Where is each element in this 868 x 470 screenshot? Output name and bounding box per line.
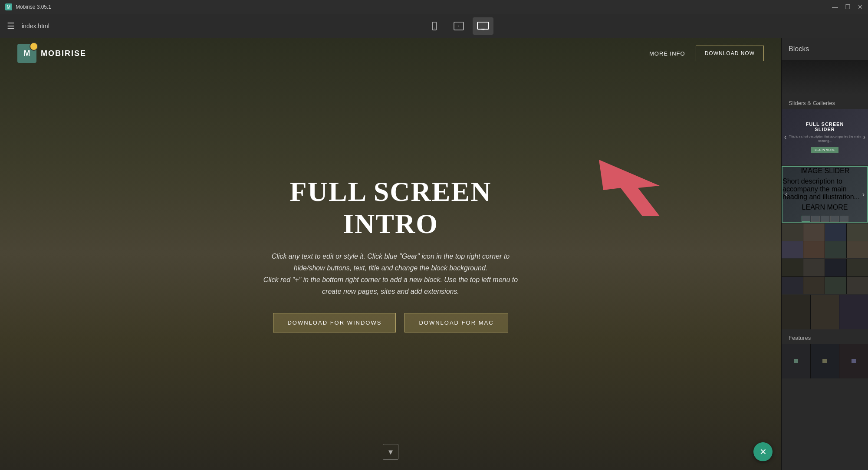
menu-icon[interactable]: ☰	[7, 21, 15, 31]
block-preview-gallery-1[interactable]	[782, 223, 868, 258]
thumb-cell	[847, 259, 868, 276]
svg-point-1	[434, 27, 435, 28]
feature-cell	[839, 344, 868, 378]
hero-content: FULL SCREEN INTRO Click any text to edit…	[239, 176, 542, 333]
download-windows-button[interactable]: DOWNLOAD FOR WINDOWS	[273, 313, 396, 332]
logo-icon: M	[17, 44, 36, 63]
filename-label: index.html	[22, 23, 49, 30]
block-preview-gallery-2[interactable]	[782, 259, 868, 294]
main-layout: M MOBIRISE MORE INFO DOWNLOAD NOW FULL S…	[0, 38, 868, 470]
thumb-cell	[803, 277, 825, 294]
titlebar-left: M Mobirise 3.05.1	[5, 3, 51, 10]
restore-button[interactable]: ❐	[845, 3, 851, 10]
titlebar: M Mobirise 3.05.1 — ❐ ✕	[0, 0, 868, 14]
scroll-down-button[interactable]: ▾	[383, 444, 398, 460]
svg-point-3	[458, 26, 459, 26]
thumb-cell	[803, 259, 825, 276]
bp-thumb-2	[811, 216, 820, 222]
tablet-view-button[interactable]	[448, 17, 469, 35]
bp-thumb-4	[830, 216, 839, 222]
nav-download-btn[interactable]: DOWNLOAD NOW	[696, 46, 764, 61]
site-nav: M MOBIRISE MORE INFO DOWNLOAD NOW	[0, 38, 781, 69]
thumb-cell	[782, 259, 803, 276]
thumb-cell	[825, 241, 846, 259]
arrow-indicator	[599, 160, 668, 216]
device-switcher	[424, 17, 493, 35]
minimize-button[interactable]: —	[832, 3, 838, 10]
close-button[interactable]: ✕	[858, 3, 863, 10]
mobile-view-button[interactable]	[424, 17, 445, 35]
hero-buttons: DOWNLOAD FOR WINDOWS DOWNLOAD FOR MAC	[239, 313, 542, 332]
bp-fullscreen-title: FULL SCREENSLIDER	[806, 122, 844, 132]
section-label-sliders: Sliders & Galleries	[782, 95, 868, 109]
gallery-grid-2	[782, 259, 868, 294]
bp-arrow-right: ›	[863, 133, 865, 141]
thumb-cell	[803, 223, 825, 241]
thumb-cell	[839, 295, 868, 329]
bp-is-arrow-left: ‹	[785, 191, 787, 198]
bp-thumb-1	[802, 216, 810, 222]
website-preview: M MOBIRISE MORE INFO DOWNLOAD NOW FULL S…	[0, 38, 781, 470]
thumb-cell	[782, 295, 810, 329]
bp-is-arrow-right: ›	[862, 191, 865, 198]
bp-thumbs	[802, 216, 848, 222]
site-nav-right: MORE INFO DOWNLOAD NOW	[649, 46, 764, 61]
features-grid	[782, 344, 868, 378]
hero-title: FULL SCREEN INTRO	[239, 176, 542, 240]
desktop-view-button[interactable]	[473, 17, 493, 35]
bp-arrow-left: ‹	[784, 133, 786, 141]
feature-cell	[811, 344, 839, 378]
svg-marker-7	[599, 160, 660, 216]
thumb-cell	[782, 277, 803, 294]
feature-icon	[852, 359, 856, 363]
thumb-cell	[847, 241, 868, 259]
bp-image-slider-desc: Short description to accompany the main …	[783, 177, 867, 201]
app-icon: M	[5, 3, 12, 10]
bp-thumb-5	[840, 216, 848, 222]
block-preview-gallery-3[interactable]	[782, 295, 868, 329]
svg-rect-0	[432, 22, 436, 30]
thumb-cell	[825, 223, 846, 241]
bp-thumb-3	[821, 216, 829, 222]
logo-text: MOBIRISE	[41, 49, 86, 58]
close-fab-button[interactable]: ✕	[753, 442, 773, 461]
section-label-features: Features	[782, 330, 868, 344]
app-title: Mobirise 3.05.1	[16, 4, 51, 10]
thumb-cell	[825, 277, 846, 294]
block-preview-features[interactable]	[782, 344, 868, 378]
feature-icon	[794, 359, 798, 363]
sidebar-title: Blocks	[782, 38, 868, 60]
thumb-cell	[847, 223, 868, 241]
gallery-grid-1	[782, 223, 868, 258]
site-logo: M MOBIRISE	[17, 44, 86, 63]
bp-fullscreen-desc: This is a short description that accompa…	[782, 135, 868, 143]
toolbar: ☰ index.html	[0, 14, 868, 38]
thumb-cell	[825, 259, 846, 276]
bp-image-slider-btn: LEARN MORE	[802, 204, 848, 211]
svg-rect-4	[477, 22, 489, 29]
download-mac-button[interactable]: DOWNLOAD FOR MAC	[404, 313, 508, 332]
feature-cell	[782, 344, 810, 378]
gallery-grid-3	[782, 295, 868, 329]
bp-fullscreen-btn: LEARN MORE	[811, 147, 838, 153]
hero-description: Click any text to edit or style it. Clic…	[239, 250, 542, 298]
nav-more-info[interactable]: MORE INFO	[649, 50, 685, 57]
window-controls[interactable]: — ❐ ✕	[832, 3, 863, 10]
canvas-area: M MOBIRISE MORE INFO DOWNLOAD NOW FULL S…	[0, 38, 781, 470]
thumb-cell	[782, 223, 803, 241]
blocks-sidebar: Blocks Sliders & Galleries ‹ FULL SCREEN…	[781, 38, 868, 470]
block-preview-fullscreen-slider[interactable]: ‹ FULL SCREENSLIDER This is a short desc…	[782, 109, 868, 165]
thumb-cell	[803, 241, 825, 259]
thumb-cell	[811, 295, 839, 329]
bp-image-slider-title: IMAGE SLIDER	[800, 167, 850, 175]
block-preview-top[interactable]	[782, 60, 868, 95]
thumb-cell	[782, 241, 803, 259]
thumb-cell	[847, 277, 868, 294]
feature-icon	[822, 359, 827, 363]
block-preview-image-slider[interactable]: ‹ IMAGE SLIDER Short description to acco…	[782, 166, 868, 223]
